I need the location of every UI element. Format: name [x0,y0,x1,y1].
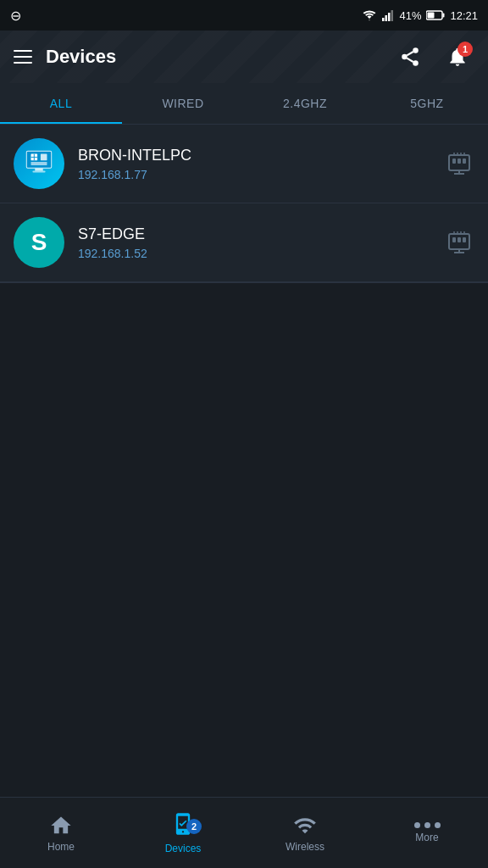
svg-rect-34 [463,237,466,242]
battery-icon [426,10,445,20]
svg-rect-17 [41,154,47,161]
svg-rect-5 [443,14,445,18]
nav-label-home: Home [47,841,75,853]
tab-wired[interactable]: WIRED [122,83,244,124]
bottom-nav: Home 2 Devices Wireless More [0,797,488,868]
svg-rect-18 [31,162,47,165]
device-avatar-label-1: S [31,229,47,256]
battery-text: 41% [399,9,421,22]
svg-line-10 [407,58,413,62]
svg-rect-1 [385,15,388,21]
svg-rect-19 [35,169,43,171]
device-info-1: S7-EDGE 192.168.1.52 [78,225,444,260]
svg-point-8 [402,54,408,60]
device-info-0: BRON-INTELPC 192.168.1.77 [78,147,444,181]
device-avatar-1: S [14,217,64,268]
header-left: Devices [14,46,116,68]
nav-label-wireless: Wireless [286,841,324,853]
status-bar-left: ⊖ [10,8,21,24]
tab-all[interactable]: ALL [0,83,122,124]
svg-rect-20 [32,171,45,173]
tab-5ghz[interactable]: 5GHZ [366,83,488,124]
device-name-1: S7-EDGE [78,225,444,243]
status-bar-right: 41% 12:21 [362,9,478,22]
share-button[interactable] [393,40,427,74]
nav-item-more[interactable]: More [366,798,488,868]
svg-point-9 [413,60,419,66]
home-icon [49,814,73,837]
signal-icon [382,9,394,21]
svg-rect-22 [452,159,456,164]
device-list: BRON-INTELPC 192.168.1.77 S [0,125,488,283]
notification-badge: 1 [458,42,473,57]
empty-content-area [0,283,488,821]
device-item-1[interactable]: S S7-EDGE 192.168.1.52 [0,203,488,282]
device-avatar-0 [14,138,64,189]
filter-tabs: ALL WIRED 2.4GHZ 5GHZ [0,83,488,125]
svg-rect-3 [391,10,394,21]
more-dots [414,822,441,828]
svg-rect-23 [458,159,461,164]
svg-rect-33 [458,237,461,242]
time-display: 12:21 [450,9,478,22]
device-name-0: BRON-INTELPC [78,147,444,164]
app-header: Devices 1 [0,31,488,83]
svg-rect-2 [388,13,391,21]
menu-button[interactable] [14,50,32,64]
devices-nav-badge: 2 [186,819,202,834]
tab-2ghz[interactable]: 2.4GHZ [244,83,366,124]
status-icon: ⊖ [10,8,21,24]
dot-3 [435,822,441,828]
nav-label-devices: Devices [165,843,202,854]
nav-label-more: More [415,832,438,843]
device-ip-1: 192.168.1.52 [78,247,444,260]
svg-rect-32 [452,237,456,242]
ethernet-icon-0 [444,148,474,179]
svg-line-11 [407,52,413,55]
svg-rect-6 [428,13,435,19]
notification-button[interactable]: 1 [441,40,474,74]
svg-rect-24 [463,159,466,164]
page-title: Devices [46,46,116,68]
ethernet-icon-1 [444,227,474,258]
status-bar: ⊖ 41% 12:21 [0,0,488,31]
nav-item-home[interactable]: Home [0,798,122,868]
header-icons: 1 [393,40,474,74]
svg-point-7 [413,47,419,53]
dot-2 [424,822,430,828]
device-ip-0: 192.168.1.77 [78,168,444,181]
device-connection-icon-0 [444,148,474,179]
pc-icon [23,147,55,180]
dot-1 [414,822,420,828]
wifi-icon [362,9,377,21]
device-connection-icon-1 [444,227,474,258]
nav-item-devices[interactable]: 2 Devices [122,798,244,868]
share-icon [399,46,421,68]
wireless-icon [293,814,317,837]
nav-item-wireless[interactable]: Wireless [244,798,366,868]
device-item-0[interactable]: BRON-INTELPC 192.168.1.77 [0,125,488,203]
svg-rect-0 [382,18,385,21]
